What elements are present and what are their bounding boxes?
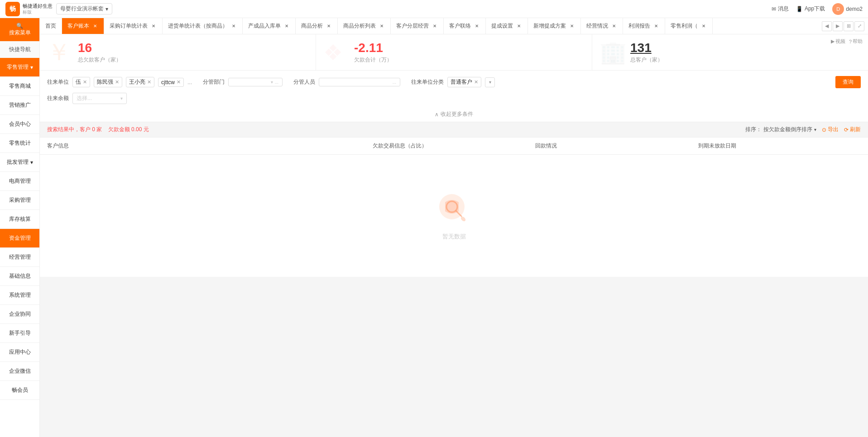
message-icon: ✉ bbox=[772, 6, 776, 12]
tab-product-inbound[interactable]: 产成品入库单 ✕ bbox=[243, 18, 296, 34]
tab-purchase-order-stats[interactable]: 采购订单统计表 ✕ bbox=[104, 18, 163, 34]
department-filter-select[interactable]: ▾ ... bbox=[228, 78, 283, 86]
sidebar-item-marketing[interactable]: 营销推广 bbox=[0, 96, 39, 115]
close-tab-purchase-order[interactable]: ✕ bbox=[150, 23, 157, 29]
filter-more-btn[interactable]: ... bbox=[187, 79, 192, 86]
message-button[interactable]: ✉ 消息 bbox=[772, 5, 789, 13]
tab-home[interactable]: 首页 bbox=[40, 18, 62, 34]
sort-select[interactable]: 排序： 按欠款金额倒序排序 ▾ bbox=[745, 126, 816, 133]
tab-controls: ◀ ▶ ⊞ ⤢ bbox=[822, 21, 868, 31]
close-tab-business-status[interactable]: ✕ bbox=[611, 23, 617, 29]
export-button[interactable]: ⊙ 导出 bbox=[822, 126, 839, 133]
sidebar-item-inventory[interactable]: 库存核算 bbox=[0, 210, 39, 229]
close-tab-customer-account[interactable]: ✕ bbox=[92, 23, 98, 29]
filter-tag-chen[interactable]: 陈民强 ✕ bbox=[94, 77, 122, 87]
filter-tag-cjttcw[interactable]: cjttcw ✕ bbox=[158, 78, 184, 87]
tab-next-button[interactable]: ▶ bbox=[833, 21, 843, 31]
sidebar-item-finance-mgmt[interactable]: 资金管理 bbox=[0, 229, 39, 248]
table-header: 客户信息 欠款交易信息（占比） 回款情况 到期未放款日期 bbox=[40, 138, 868, 155]
sidebar-item-enterprise-wechat[interactable]: 企业微信 bbox=[0, 362, 39, 381]
close-tab-product-analysis[interactable]: ✕ bbox=[326, 23, 332, 29]
app-download-button[interactable]: 📱 App下载 bbox=[796, 5, 825, 13]
export-icon: ⊙ bbox=[822, 127, 826, 133]
sidebar-item-retail-mgmt[interactable]: 零售管理 ▾ bbox=[0, 58, 39, 77]
tab-customer-contact[interactable]: 客户联络 ✕ bbox=[444, 18, 486, 34]
video-icon: ▶ bbox=[831, 38, 834, 44]
sidebar-item-retail-shop[interactable]: 零售商城 bbox=[0, 77, 39, 96]
col-overdue-date: 到期未放款日期 bbox=[698, 142, 861, 150]
stat-text-customers: 16 总欠款客户（家） bbox=[78, 41, 121, 64]
close-tab-customer-contact[interactable]: ✕ bbox=[474, 23, 480, 29]
remove-tag-chen[interactable]: ✕ bbox=[115, 79, 119, 85]
remove-tag-cjttcw[interactable]: ✕ bbox=[177, 79, 181, 85]
tab-profit-report[interactable]: 利润报告 ✕ bbox=[623, 18, 665, 34]
user-profile[interactable]: D demo2 bbox=[832, 3, 863, 15]
close-tab-product-inbound[interactable]: ✕ bbox=[283, 23, 290, 29]
remove-tag-wang[interactable]: ✕ bbox=[147, 79, 151, 85]
tab-bar: 首页 客户账本 ✕ 采购订单统计表 ✕ 进货单统计表（按商品） ✕ 产成品入库单… bbox=[40, 18, 868, 34]
category-filter-label: 往来单位分类 bbox=[411, 78, 444, 86]
remove-tag-wu[interactable]: ✕ bbox=[83, 79, 87, 85]
person-filter-label: 分管人员 bbox=[293, 78, 315, 86]
result-actions: 排序： 按欠款金额倒序排序 ▾ ⊙ 导出 ⟳ 刷新 bbox=[745, 126, 861, 133]
sidebar-item-enterprise-collab[interactable]: 企业协同 bbox=[0, 305, 39, 324]
tab-inbound-stats[interactable]: 进货单统计表（按商品） ✕ bbox=[163, 18, 243, 34]
tab-product-analysis-list[interactable]: 商品分析列表 ✕ bbox=[338, 18, 391, 34]
tab-prev-button[interactable]: ◀ bbox=[822, 21, 832, 31]
chevron-up-icon: ∧ bbox=[435, 111, 439, 118]
close-tab-profit-report[interactable]: ✕ bbox=[653, 23, 659, 29]
col-repayment: 回款情况 bbox=[535, 142, 698, 150]
sidebar-item-member-center[interactable]: 会员中心 bbox=[0, 115, 39, 134]
sidebar-item-operations-mgmt[interactable]: 经营管理 bbox=[0, 248, 39, 267]
filter-tag-common-customer[interactable]: 普通客户 ✕ bbox=[447, 77, 481, 87]
close-tab-raise-settings[interactable]: ✕ bbox=[516, 23, 522, 29]
tab-customer-account[interactable]: 客户账本 ✕ bbox=[62, 18, 104, 34]
account-selector[interactable]: 母婴行业演示帐套 ▾ bbox=[56, 3, 112, 14]
stat-label-customers: 总欠款客户（家） bbox=[78, 56, 121, 64]
sidebar-item-purchase-mgmt[interactable]: 采购管理 bbox=[0, 191, 39, 210]
tab-fullscreen-button[interactable]: ⤢ bbox=[854, 21, 864, 31]
sidebar-item-app-center[interactable]: 应用中心 bbox=[0, 343, 39, 362]
tab-customer-segment[interactable]: 客户分层经营 ✕ bbox=[391, 18, 444, 34]
sidebar-item-ecommerce[interactable]: 电商管理 bbox=[0, 172, 39, 191]
category-dropdown-button[interactable]: ▾ bbox=[485, 77, 495, 87]
tab-raise-settings[interactable]: 提成设置 ✕ bbox=[486, 18, 528, 34]
ellipsis-icon: ... bbox=[275, 80, 278, 85]
top-bar: 畅 畅捷通好生意 标版 母婴行业演示帐套 ▾ ✉ 消息 📱 App下载 D de… bbox=[0, 0, 868, 18]
tab-business-status[interactable]: 经营情况 ✕ bbox=[581, 18, 623, 34]
remove-tag-common-customer[interactable]: ✕ bbox=[474, 79, 478, 85]
balance-filter-input[interactable]: 选择... ▾ bbox=[72, 93, 127, 104]
tab-retail-profit[interactable]: 零售利润（ ✕ bbox=[665, 18, 713, 34]
tab-new-raise-plan[interactable]: 新增提成方案 ✕ bbox=[528, 18, 581, 34]
sidebar-item-new-user-guide[interactable]: 新手引导 bbox=[0, 324, 39, 343]
sidebar-item-search-menu[interactable]: 🔍 搜索菜单 bbox=[0, 18, 39, 41]
tab-product-analysis[interactable]: 商品分析 ✕ bbox=[296, 18, 338, 34]
stat-value-total: 131 bbox=[630, 41, 663, 55]
chevron-down-icon-balance: ▾ bbox=[120, 96, 123, 101]
sidebar-item-batch-mgmt[interactable]: 批发管理 ▾ bbox=[0, 153, 39, 172]
sidebar-item-quick-nav[interactable]: 快捷导航 bbox=[0, 41, 39, 58]
sidebar-item-retail-stats[interactable]: 零售统计 bbox=[0, 134, 39, 153]
stat-text-amount: -2.11 欠款合计（万） bbox=[354, 41, 392, 64]
refresh-button[interactable]: ⟳ 刷新 bbox=[844, 126, 861, 133]
sidebar-item-system-mgmt[interactable]: 系统管理 bbox=[0, 286, 39, 305]
close-tab-inbound[interactable]: ✕ bbox=[230, 23, 237, 29]
chevron-icon: ▾ bbox=[30, 159, 33, 166]
person-filter-select[interactable]: ... bbox=[319, 78, 400, 86]
filter-tag-wang[interactable]: 王小亮 ✕ bbox=[126, 77, 154, 87]
sidebar-item-basic-info[interactable]: 基础信息 bbox=[0, 267, 39, 286]
empty-text: 暂无数据 bbox=[442, 233, 466, 241]
query-button[interactable]: 查询 bbox=[835, 76, 861, 88]
close-tab-retail-profit[interactable]: ✕ bbox=[700, 23, 707, 29]
close-tab-new-raise-plan[interactable]: ✕ bbox=[569, 23, 575, 29]
stat-background-icon-diamond: ❖ bbox=[323, 40, 343, 65]
tab-expand-button[interactable]: ⊞ bbox=[844, 21, 854, 31]
video-help-button[interactable]: ▶ 视频 bbox=[831, 38, 845, 45]
close-tab-product-analysis-list[interactable]: ✕ bbox=[379, 23, 385, 29]
filter-tag-wu[interactable]: 伍 ✕ bbox=[72, 77, 90, 87]
collapse-filter-button[interactable]: ∧ 收起更多条件 bbox=[47, 109, 861, 122]
sidebar-item-member[interactable]: 畅会员 bbox=[0, 381, 39, 400]
close-tab-customer-segment[interactable]: ✕ bbox=[432, 23, 438, 29]
data-table: 客户信息 欠款交易信息（占比） 回款情况 到期未放款日期 bbox=[40, 138, 868, 277]
help-button[interactable]: ? 帮助 bbox=[849, 38, 863, 45]
